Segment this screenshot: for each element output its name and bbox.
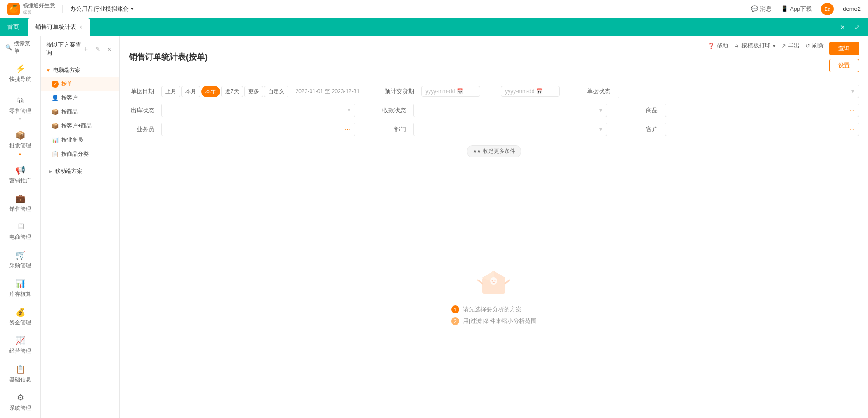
- tab-sales-order-stats[interactable]: 销售订单统计表 ×: [28, 18, 90, 36]
- salesperson-icon: 📊: [52, 137, 59, 143]
- tab-close-icon[interactable]: ×: [79, 24, 82, 30]
- download-icon: 📱: [781, 5, 788, 12]
- last-month-btn[interactable]: 上月: [161, 86, 180, 97]
- product-select[interactable]: ···: [665, 104, 859, 117]
- sidebar-item-finance[interactable]: 💰 资金管理: [0, 303, 40, 331]
- sidebar-search[interactable]: 🔍 搜索菜单: [0, 36, 40, 59]
- product-more-icon[interactable]: ···: [848, 106, 854, 114]
- query-button[interactable]: 查询: [829, 42, 859, 55]
- salesperson-select[interactable]: ···: [161, 123, 355, 136]
- custom-date-btn[interactable]: 自定义: [264, 86, 288, 97]
- delivery-status-select[interactable]: ▾: [161, 104, 355, 117]
- customer-more-icon[interactable]: ···: [848, 125, 854, 133]
- scheme-item-by-customer-product[interactable]: 📦 按客户+商品: [41, 119, 119, 133]
- collapse-button[interactable]: ∧∧ 收起更多条件: [467, 145, 521, 157]
- scheme-item-by-product-category[interactable]: 📋 按商品分类: [41, 147, 119, 161]
- sidebar-item-system[interactable]: ⚙ 系统管理: [0, 388, 40, 417]
- sidebar-item-wholesale[interactable]: 📦 批发管理 ▲: [0, 126, 40, 161]
- product-label: 商品: [632, 106, 658, 114]
- collapse-row: ∧∧ 收起更多条件: [129, 142, 859, 157]
- logo-area: 🍊 畅捷通好生意 标版: [7, 2, 55, 15]
- left-panel: 按以下方案查询 + ✎ « ▼ 电脑端方案 ✓ 按单 👤: [41, 36, 120, 418]
- last-7-days-btn[interactable]: 近7天: [221, 86, 243, 97]
- search-menu-button[interactable]: 🔍 搜索菜单: [5, 40, 35, 55]
- sidebar-item-operations[interactable]: 📈 经营管理: [0, 331, 40, 360]
- product-category-icon: 📋: [52, 151, 59, 157]
- left-panel-actions: + ✎ «: [81, 44, 114, 53]
- more-date-btn[interactable]: 更多: [244, 86, 263, 97]
- chevron-up-icon: ▲: [18, 152, 22, 156]
- customer-select[interactable]: ···: [665, 123, 859, 136]
- user-name[interactable]: demo2: [843, 5, 861, 12]
- template-print-button[interactable]: 🖨 按模板打印 ▾: [734, 42, 776, 50]
- department-label: 部门: [381, 125, 406, 133]
- active-scheme-icon: ✓: [52, 81, 59, 88]
- this-year-btn[interactable]: 本年: [201, 86, 220, 97]
- add-scheme-button[interactable]: +: [81, 44, 90, 53]
- delivery-dropdown-icon: ▾: [348, 107, 350, 114]
- top-bar-right: 💬 消息 📱 App下载 Ea demo2: [751, 3, 861, 15]
- payment-status-select[interactable]: ▾: [413, 104, 607, 117]
- empty-hint-2: 2 用[过滤]条件来缩小分析范围: [451, 317, 537, 325]
- page-header: 销售订单统计表(按单) ❓ 帮助 🖨 按模板打印 ▾ ↗ 导出: [120, 36, 868, 78]
- logo-icon: 🍊: [7, 3, 20, 15]
- scheme-item-by-product[interactable]: 📦 按商品: [41, 105, 119, 119]
- status-dropdown-icon: ▾: [851, 88, 854, 95]
- sidebar-item-sales[interactable]: 💼 销售管理: [0, 189, 40, 218]
- export-button[interactable]: ↗ 导出: [781, 42, 800, 50]
- search-icon: 🔍: [5, 44, 12, 51]
- message-button[interactable]: 💬 消息: [751, 5, 772, 13]
- export-icon: ↗: [781, 43, 786, 49]
- salesperson-label: 业务员: [129, 125, 154, 133]
- settings-button[interactable]: 设置: [829, 59, 859, 72]
- this-month-btn[interactable]: 本月: [181, 86, 200, 97]
- salesperson-more-icon[interactable]: ···: [344, 125, 350, 133]
- expected-delivery-start[interactable]: yyyy-mm-dd 📅: [421, 86, 480, 97]
- sidebar-item-ecommerce[interactable]: 🖥 电商管理: [0, 218, 40, 246]
- close-window-button[interactable]: ✕: [837, 22, 848, 33]
- edit-scheme-button[interactable]: ✎: [93, 44, 102, 53]
- expected-delivery-label: 预计交货期: [385, 87, 414, 95]
- svg-point-4: [490, 277, 497, 285]
- scheme-item-by-salesperson[interactable]: 📊 按业务员: [41, 133, 119, 147]
- scheme-item-by-order[interactable]: ✓ 按单: [41, 77, 119, 91]
- collapse-panel-button[interactable]: «: [105, 44, 114, 53]
- mobile-scheme-group-header[interactable]: ▶ 移动端方案: [41, 165, 119, 178]
- right-content: 销售订单统计表(按单) ❓ 帮助 🖨 按模板打印 ▾ ↗ 导出: [120, 36, 868, 418]
- payment-status-label: 收款状态: [381, 106, 406, 114]
- main-layout: 🔍 搜索菜单 ⚡ 快捷导航 🛍 零售管理 ▼ 📦 批发管理 ▲ 📢 营销推广 💼…: [0, 36, 868, 418]
- sidebar-quick-nav[interactable]: ⚡ 快捷导航: [0, 59, 40, 88]
- sidebar-item-purchase[interactable]: 🛒 采购管理: [0, 246, 40, 274]
- date-label: 单据日期: [129, 87, 154, 95]
- sidebar: 🔍 搜索菜单 ⚡ 快捷导航 🛍 零售管理 ▼ 📦 批发管理 ▲ 📢 营销推广 💼…: [0, 36, 41, 418]
- company-selector[interactable]: 办公用品行业模拟账套 ▾: [62, 5, 134, 13]
- sidebar-item-inventory[interactable]: 📊 库存核算: [0, 274, 40, 303]
- print-icon: 🖨: [734, 43, 740, 49]
- sidebar-item-basic[interactable]: 📋 基础信息: [0, 360, 40, 388]
- expected-delivery-end[interactable]: yyyy-mm-dd 📅: [501, 86, 560, 97]
- help-button[interactable]: ❓ 帮助: [708, 42, 728, 50]
- query-settings-group: 查询 设置: [829, 42, 859, 72]
- page-title: 销售订单统计表(按单): [129, 52, 208, 62]
- avatar[interactable]: Ea: [821, 3, 834, 15]
- pc-scheme-group-header[interactable]: ▼ 电脑端方案: [41, 64, 119, 77]
- svg-line-8: [505, 280, 509, 284]
- sidebar-item-marketing[interactable]: 📢 营销推广: [0, 161, 40, 189]
- app-download-button[interactable]: 📱 App下载: [781, 5, 812, 13]
- department-dropdown-icon: ▾: [599, 126, 602, 133]
- refresh-button[interactable]: ↺ 刷新: [805, 42, 824, 50]
- tab-home[interactable]: 首页: [0, 18, 26, 36]
- left-panel-title: 按以下方案查询: [46, 41, 81, 57]
- calendar-icon-end: 📅: [536, 88, 543, 95]
- customer-icon: 👤: [52, 95, 59, 101]
- scheme-item-by-customer[interactable]: 👤 按客户: [41, 91, 119, 105]
- department-select[interactable]: ▾: [413, 123, 607, 136]
- collapse-up-icon: ∧∧: [473, 148, 481, 155]
- maximize-button[interactable]: ⤢: [852, 22, 863, 33]
- left-panel-header: 按以下方案查询 + ✎ «: [41, 36, 119, 62]
- pc-scheme-group: ▼ 电脑端方案 ✓ 按单 👤 按客户 📦 按商品 📦 按客户+商品: [41, 62, 119, 163]
- product-icon: 📦: [52, 109, 59, 115]
- status-select[interactable]: ▾: [618, 85, 859, 98]
- svg-line-7: [478, 280, 482, 284]
- sidebar-item-retail[interactable]: 🛍 零售管理 ▼: [0, 91, 40, 126]
